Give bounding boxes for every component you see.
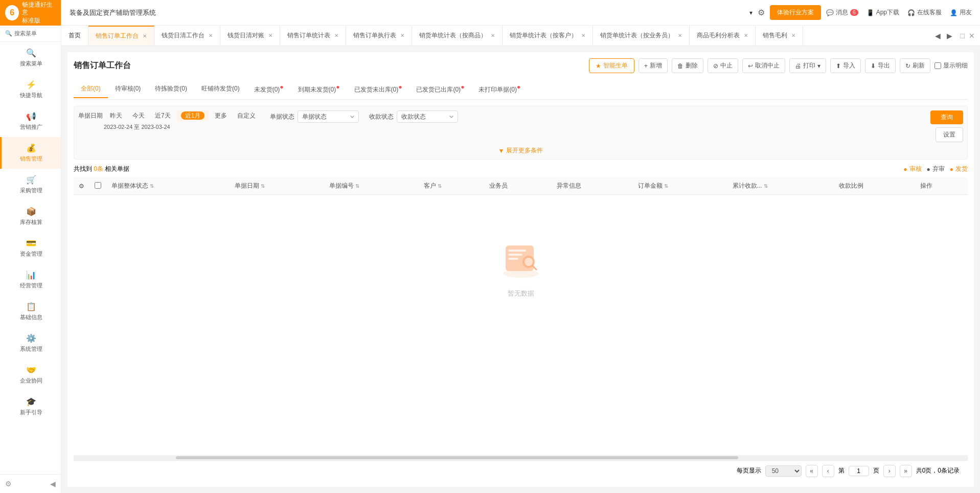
sidebar-item-quick[interactable]: ⚡ 快捷导航 — [0, 74, 61, 105]
filter-tab-not-shipped[interactable]: 未发货(0)● — [247, 79, 291, 99]
table-container: ⚙ 单据整体状态⇅ 单据日期⇅ 单据编号⇅ 客户⇅ 业务员 异常信息 订单金额⇅ — [74, 177, 968, 455]
cancel-stop-button[interactable]: ↩ 取消中止 — [742, 58, 785, 73]
date-tag-近7天[interactable]: 近7天 — [151, 110, 175, 121]
import-button[interactable]: ⬆ 导入 — [830, 58, 861, 73]
sort-icon-date[interactable]: ⇅ — [261, 183, 265, 189]
tab-sales-stat[interactable]: 销售订单统计表✕ — [280, 26, 346, 46]
tab-close-cash-daily[interactable]: ✕ — [209, 33, 213, 38]
tab-close-sales-single-product[interactable]: ✕ — [491, 33, 495, 38]
review-dot-icon: ● — [903, 166, 907, 173]
message-action[interactable]: 💬 消息 6 — [826, 8, 858, 17]
page-size-select[interactable]: 102050100 — [765, 465, 802, 477]
add-button[interactable]: + 新增 — [639, 58, 668, 73]
tab-margin-analysis[interactable]: 商品毛利分析表✕ — [690, 26, 756, 46]
tab-close-cash-reconcile[interactable]: ✕ — [268, 33, 272, 38]
smart-generate-button[interactable]: ★ 智能生单 — [589, 58, 634, 73]
next-page-button[interactable]: › — [883, 465, 896, 477]
tab-close-sales-stat[interactable]: ✕ — [334, 33, 338, 38]
sort-icon-number[interactable]: ⇅ — [355, 183, 359, 189]
date-tag-自定义[interactable]: 自定义 — [233, 110, 260, 121]
tab-sales-single-product[interactable]: 销货单统计表（按商品）✕ — [412, 26, 503, 46]
tab-sales-profit[interactable]: 销售毛利✕ — [756, 26, 803, 46]
status-select[interactable]: 单据状态 — [298, 110, 359, 123]
tab-sales-single-staff[interactable]: 销货单统计表（按业务员）✕ — [593, 26, 690, 46]
sidebar-item-sales[interactable]: 💰 销售管理 — [0, 137, 61, 169]
sidebar-item-purchase[interactable]: 🛒 采购管理 — [0, 169, 61, 200]
select-all-checkbox[interactable] — [95, 182, 101, 189]
date-tag-今天[interactable]: 今天 — [128, 110, 149, 121]
page-number-input[interactable] — [849, 466, 869, 476]
first-page-button[interactable]: « — [806, 465, 818, 477]
sort-icon-cumulative[interactable]: ⇅ — [764, 183, 768, 189]
tab-cash-reconcile[interactable]: 钱货日清对账✕ — [220, 26, 280, 46]
tab-sales-workbench[interactable]: 销售订单工作台✕ — [88, 26, 154, 46]
prev-page-button[interactable]: ‹ — [822, 465, 834, 477]
sidebar-item-search[interactable]: 🔍 搜索菜单 — [0, 42, 61, 74]
sidebar-item-enterprise[interactable]: 🤝 企业协同 — [0, 359, 61, 391]
sidebar-item-operation[interactable]: 📊 经营管理 — [0, 264, 61, 296]
sort-icon-status[interactable]: ⇅ — [150, 183, 154, 189]
tab-home[interactable]: 首页 — [61, 26, 88, 46]
filter-tab-pending-inspect[interactable]: 待拣验货(0) — [148, 80, 194, 98]
filter-tab-not-printed[interactable]: 未打印单据(0)● — [471, 79, 528, 99]
sidebar-item-inventory[interactable]: 📦 库存核算 — [0, 200, 61, 232]
collapse-icon[interactable]: ◀ — [50, 480, 56, 488]
pay-status-select[interactable]: 收款状态 — [397, 110, 458, 123]
expand-button[interactable]: ▼ 展开更多条件 — [498, 146, 543, 155]
tab-next-btn[interactable]: ▶ — [944, 32, 955, 40]
filter-tab-all[interactable]: 全部(0) — [74, 80, 108, 98]
last-page-button[interactable]: » — [900, 465, 912, 477]
show-detail-checkbox[interactable]: 显示明细 — [935, 61, 968, 70]
query-button[interactable]: 查询 — [930, 110, 963, 124]
online-service-action[interactable]: 🎧 在线客服 — [907, 8, 942, 17]
experience-button[interactable]: 体验行业方案 — [770, 5, 821, 20]
sidebar-item-finance[interactable]: 💳 资金管理 — [0, 232, 61, 264]
tab-close-margin-analysis[interactable]: ✕ — [744, 33, 748, 38]
horizontal-scrollbar[interactable] — [74, 455, 968, 460]
tab-close-sales-single-customer[interactable]: ✕ — [581, 33, 585, 38]
app-download-action[interactable]: 📱 App下载 — [867, 8, 899, 17]
tab-sales-single-customer[interactable]: 销货单统计表（按客户）✕ — [503, 26, 593, 46]
tab-close-sales-single-staff[interactable]: ✕ — [678, 33, 682, 38]
filter-tab-expired-not-shipped[interactable]: 到期未发货(0)● — [291, 79, 347, 99]
system-dropdown[interactable]: ▾ — [749, 9, 753, 16]
setting-button[interactable]: 设置 — [936, 127, 963, 142]
user-action[interactable]: 👤 用友 — [950, 8, 972, 17]
tab-restore-icon[interactable]: □ — [961, 32, 965, 40]
tab-close-sales-exec[interactable]: ✕ — [400, 33, 404, 38]
scroll-thumb[interactable] — [176, 456, 738, 459]
review-action[interactable]: ● 审核 — [903, 165, 921, 173]
refresh-button[interactable]: ↻ 刷新 — [900, 58, 930, 73]
sort-icon-customer[interactable]: ⇅ — [438, 183, 442, 189]
tab-prev-btn[interactable]: ◀ — [932, 32, 944, 40]
date-tag-近1月[interactable]: 近1月 — [177, 110, 209, 121]
column-settings-icon[interactable]: ⚙ — [79, 183, 84, 190]
sidebar-item-guide[interactable]: 🎓 新手引导 — [0, 391, 61, 422]
filter-tab-wangpu-pending[interactable]: 旺铺待发货(0) — [194, 80, 247, 98]
tab-close-icon[interactable]: ✕ — [969, 32, 975, 40]
sort-icon-amount[interactable]: ⇅ — [664, 183, 668, 189]
sidebar-search[interactable]: 🔍 搜索菜单 — [0, 26, 61, 42]
delete-button[interactable]: 🗑 删除 — [672, 58, 703, 73]
filter-tab-shipped-out[interactable]: 已发货已出库(0)● — [409, 79, 471, 99]
tab-sales-exec[interactable]: 销售订单执行表✕ — [346, 26, 412, 46]
cancel-review-action[interactable]: ● 弃审 — [927, 165, 945, 173]
sidebar-item-system[interactable]: ⚙️ 系统管理 — [0, 327, 61, 359]
filter-tab-shipped-not-out[interactable]: 已发货未出库(0)● — [347, 79, 409, 99]
date-tag-昨天[interactable]: 昨天 — [106, 110, 126, 121]
date-tag-更多[interactable]: 更多 — [211, 110, 231, 121]
stop-button[interactable]: ⊘ 中止 — [708, 58, 738, 73]
sidebar-item-basic[interactable]: 📋 基础信息 — [0, 296, 61, 327]
tab-close-sales-profit[interactable]: ✕ — [791, 33, 795, 38]
gear-icon[interactable]: ⚙ — [758, 8, 765, 17]
tab-cash-daily[interactable]: 钱货日清工作台✕ — [154, 26, 220, 46]
ship-action[interactable]: ● 发货 — [950, 165, 968, 173]
sidebar-item-marketing[interactable]: 📢 营销推广 — [0, 105, 61, 137]
empty-icon — [495, 235, 546, 283]
detail-checkbox-input[interactable] — [935, 62, 941, 69]
filter-tab-pending-review[interactable]: 待审核(0) — [108, 80, 148, 98]
settings-icon[interactable]: ⚙ — [5, 480, 12, 488]
export-button[interactable]: ⬇ 导出 — [865, 58, 896, 73]
print-button[interactable]: 🖨 打印 ▾ — [789, 58, 826, 73]
tab-close-sales-workbench[interactable]: ✕ — [143, 33, 147, 39]
